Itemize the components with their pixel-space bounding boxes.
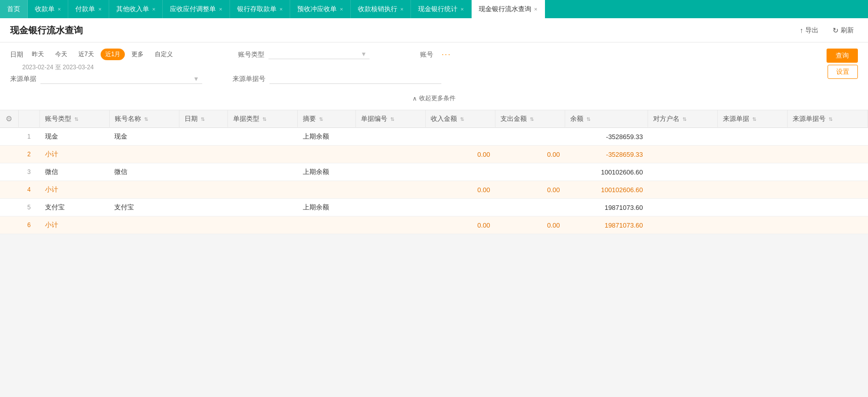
date-shortcuts: 昨天 今天 近7天 近1月 更多 自定义 <box>27 49 177 60</box>
export-icon: ↑ <box>800 26 803 34</box>
row-income <box>426 128 495 146</box>
close-icon[interactable]: × <box>58 6 61 12</box>
nav-receipt[interactable]: 收款单 × <box>28 0 68 18</box>
close-icon[interactable]: × <box>219 6 222 12</box>
row-source-doc-num <box>788 216 868 234</box>
row-source-doc <box>718 128 788 146</box>
row-account-type: 小计 <box>40 216 110 234</box>
col-doc-type[interactable]: 单据类型 ⇅ <box>228 110 298 128</box>
sort-icon: ⇅ <box>586 116 590 122</box>
sort-icon: ⇅ <box>682 116 687 122</box>
col-expense[interactable]: 支出金额 ⇅ <box>495 110 565 128</box>
row-income <box>426 163 495 181</box>
col-account-name[interactable]: 账号名称 ⇅ <box>109 110 179 128</box>
source-doc-select[interactable]: ▼ <box>40 74 202 84</box>
col-counterpart[interactable]: 对方户名 ⇅ <box>648 110 718 128</box>
gear-icon[interactable]: ⚙ <box>6 114 12 123</box>
source-doc-label: 来源单据 <box>10 74 36 83</box>
query-button[interactable]: 查询 <box>827 49 858 63</box>
collapse-bar[interactable]: ∧ 收起更多条件 <box>10 92 858 106</box>
account-type-select[interactable]: ▼ <box>268 50 370 59</box>
nav-prepayment[interactable]: 预收冲应收单 × <box>290 0 350 18</box>
page-header: 现金银行流水查询 ↑ 导出 ↻ 刷新 <box>0 18 868 42</box>
table-row[interactable]: 1现金现金上期余额-3528659.33 <box>0 128 868 146</box>
row-doc-number <box>356 163 426 181</box>
date-today[interactable]: 今天 <box>51 49 72 60</box>
date-more[interactable]: 更多 <box>127 49 148 60</box>
row-expense: 0.00 <box>495 181 565 199</box>
close-icon[interactable]: × <box>152 6 155 12</box>
close-icon[interactable]: × <box>461 6 464 12</box>
close-icon[interactable]: × <box>280 6 283 12</box>
nav-verification[interactable]: 收款核销执行 × <box>351 0 411 18</box>
row-balance: -3528659.33 <box>565 146 648 163</box>
date-1month[interactable]: 近1月 <box>101 49 125 60</box>
nav-home[interactable]: 首页 <box>0 0 28 18</box>
row-doc-type <box>228 216 298 234</box>
row-seq: 6 <box>18 216 40 234</box>
row-summary: 上期余额 <box>298 199 356 216</box>
page-title: 现金银行流水查询 <box>10 24 83 36</box>
date-label: 日期 <box>10 50 23 59</box>
col-income[interactable]: 收入金额 ⇅ <box>426 110 495 128</box>
source-doc-num-input[interactable] <box>269 74 441 84</box>
nav-cashflow[interactable]: 现金银行流水查询 × <box>472 0 545 18</box>
close-icon[interactable]: × <box>98 6 101 12</box>
col-source-doc-num[interactable]: 来源单据号 ⇅ <box>788 110 868 128</box>
nav-stats[interactable]: 现金银行统计 × <box>411 0 471 18</box>
settings-button[interactable]: 设置 <box>828 65 858 79</box>
col-doc-number[interactable]: 单据编号 ⇅ <box>356 110 426 128</box>
header-actions: ↑ 导出 ↻ 刷新 <box>796 24 858 37</box>
table-row[interactable]: 3微信微信上期余额100102606.60 <box>0 163 868 181</box>
row-checkbox <box>0 199 18 216</box>
row-income: 0.00 <box>426 146 495 163</box>
source-doc-num-label: 来源单据号 <box>233 74 265 83</box>
sort-icon: ⇅ <box>262 116 266 122</box>
table-row[interactable]: 5支付宝支付宝上期余额19871073.60 <box>0 199 868 216</box>
close-icon[interactable]: × <box>340 6 343 12</box>
row-source-doc-num <box>788 128 868 146</box>
row-summary <box>298 216 356 234</box>
sort-icon: ⇅ <box>460 116 464 122</box>
row-expense <box>495 199 565 216</box>
row-income <box>426 199 495 216</box>
account-dots-button[interactable]: ··· <box>441 50 451 59</box>
row-source-doc-num <box>788 163 868 181</box>
chevron-up-icon: ∧ <box>413 95 417 102</box>
row-checkbox <box>0 128 18 146</box>
row-date <box>179 146 228 163</box>
close-icon[interactable]: × <box>534 6 537 12</box>
table-row[interactable]: 4小计0.000.00100102606.60 <box>0 181 868 199</box>
row-counterpart <box>648 128 718 146</box>
nav-adjustment[interactable]: 应收应付调整单 × <box>163 0 230 18</box>
export-button[interactable]: ↑ 导出 <box>796 24 823 37</box>
date-custom[interactable]: 自定义 <box>150 49 177 60</box>
table-row[interactable]: 2小计0.000.00-3528659.33 <box>0 146 868 163</box>
col-summary[interactable]: 摘要 ⇅ <box>298 110 356 128</box>
col-date[interactable]: 日期 ⇅ <box>179 110 228 128</box>
col-account-type[interactable]: 账号类型 ⇅ <box>40 110 110 128</box>
nav-other-income[interactable]: 其他收入单 × <box>109 0 163 18</box>
col-source-doc[interactable]: 来源单据 ⇅ <box>718 110 788 128</box>
date-range-text: 2023-02-24 至 2023-03-24 <box>22 63 94 72</box>
row-expense: 0.00 <box>495 216 565 234</box>
date-yesterday[interactable]: 昨天 <box>27 49 49 60</box>
nav-bank-deposit[interactable]: 银行存取款单 × <box>230 0 290 18</box>
row-balance: 19871073.60 <box>565 216 648 234</box>
row-account-name: 支付宝 <box>109 199 179 216</box>
row-balance: 100102606.60 <box>565 181 648 199</box>
sort-icon: ⇅ <box>201 116 205 122</box>
table-row[interactable]: 6小计0.000.0019871073.60 <box>0 216 868 234</box>
filter-actions: 查询 设置 <box>823 49 858 79</box>
row-doc-type <box>228 128 298 146</box>
date-7days[interactable]: 近7天 <box>74 49 99 60</box>
row-counterpart <box>648 216 718 234</box>
refresh-button[interactable]: ↻ 刷新 <box>829 24 858 37</box>
filter-area: 日期 昨天 今天 近7天 近1月 更多 自定义 账号类型 ▼ <box>0 42 868 110</box>
row-seq: 5 <box>18 199 40 216</box>
row-seq: 4 <box>18 181 40 199</box>
col-balance[interactable]: 余额 ⇅ <box>565 110 648 128</box>
close-icon[interactable]: × <box>400 6 403 12</box>
row-doc-type <box>228 146 298 163</box>
nav-payment[interactable]: 付款单 × <box>68 0 109 18</box>
